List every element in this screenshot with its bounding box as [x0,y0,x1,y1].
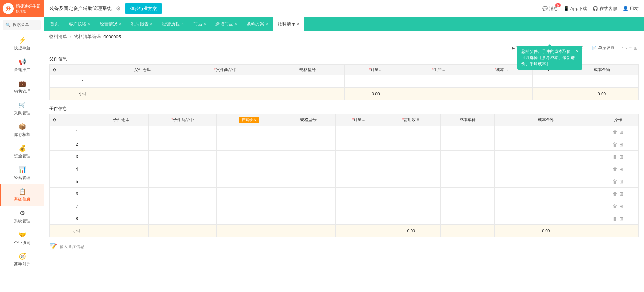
child-row-spec[interactable] [281,126,336,138]
nav-prev-icon[interactable]: ‹ [621,45,624,51]
nav-tab-close-2[interactable]: × [119,22,121,26]
nav-list-icon[interactable]: ⊞ [633,45,639,51]
child-row-unit[interactable] [335,138,382,151]
child-row-warehouse[interactable] [94,163,149,175]
copy-icon[interactable]: ⊞ [619,129,623,135]
delete-icon[interactable]: 🗑 [612,179,617,184]
copy-icon[interactable]: ⊞ [619,216,623,221]
nav-tab-0[interactable]: 首页 [45,17,64,31]
copy-icon[interactable]: ⊞ [619,154,623,160]
child-row-unit[interactable] [335,200,382,212]
nav-next-icon[interactable]: › [624,45,628,51]
single-settings-button[interactable]: 📄 单据设置 [590,44,617,51]
child-col-settings[interactable]: ⚙ [50,114,60,126]
child-row-spec[interactable] [281,188,336,200]
child-row-spec[interactable] [281,212,336,225]
sidebar-item-guide[interactable]: 🧭 新手引导 [0,249,44,271]
child-row-product[interactable] [148,126,216,138]
delete-icon[interactable]: 🗑 [612,216,617,221]
child-row-product[interactable] [148,200,216,212]
child-row-warehouse[interactable] [94,212,149,225]
parent-row-cost[interactable] [470,75,533,88]
sidebar-item-quick-nav[interactable]: ⚡ 快捷导航 [0,33,44,55]
child-row-product[interactable] [148,163,216,175]
parent-row-product[interactable] [179,75,271,88]
child-row-spec[interactable] [281,175,336,188]
child-row-warehouse[interactable] [94,151,149,163]
nav-tab-3[interactable]: 利润报告 × [126,17,157,31]
child-row-warehouse[interactable] [94,126,149,138]
settings-icon[interactable]: ⚙ [116,5,121,12]
nav-more-icon[interactable]: ≡ [628,45,632,51]
parent-row-production[interactable] [407,75,470,88]
sidebar-item-enterprise[interactable]: 🤝 企业协同 [0,227,44,249]
sidebar-item-system[interactable]: ⚙ 系统管理 [0,206,44,227]
child-row-qty[interactable] [382,212,440,225]
message-action[interactable]: 💬 消息 6 [542,5,558,12]
tooltip-close-button[interactable]: × [576,48,578,55]
child-row-unit[interactable] [335,188,382,200]
copy-icon[interactable]: ⊞ [619,166,623,172]
child-row-unit[interactable] [335,212,382,225]
child-row-qty[interactable] [382,175,440,188]
delete-icon[interactable]: 🗑 [612,203,617,209]
child-row-product[interactable] [148,175,216,188]
child-row-warehouse[interactable] [94,138,149,151]
nav-tab-close-7[interactable]: × [266,22,268,26]
child-row-product[interactable] [148,212,216,225]
delete-icon[interactable]: 🗑 [612,129,617,135]
sidebar-item-marketing[interactable]: 📢 营销推广 [0,55,44,76]
nav-tab-close-5[interactable]: × [203,22,206,26]
nav-tab-7[interactable]: 条码方案 × [242,17,273,31]
sidebar-item-purchase[interactable]: 🛒 采购管理 [0,98,44,119]
child-row-spec[interactable] [281,200,336,212]
child-row-unit[interactable] [335,163,382,175]
trial-button[interactable]: 体验行业方案 [125,3,162,14]
nav-tab-2[interactable]: 经营情况 × [95,17,126,31]
sidebar-item-inventory[interactable]: 📦 库存核算 [0,119,44,141]
online-service-action[interactable]: 🎧 在线客服 [593,5,617,12]
app-download-action[interactable]: 📱 App下载 [564,5,587,12]
child-row-spec[interactable] [281,138,336,151]
sidebar-item-finance[interactable]: 💰 资金管理 [0,141,44,163]
nav-tab-close-4[interactable]: × [181,22,184,26]
nav-tab-8[interactable]: 物料清单 × [273,17,304,31]
copy-icon[interactable]: ⊞ [619,203,623,209]
child-row-spec[interactable] [281,163,336,175]
parent-row-spec[interactable] [271,75,345,88]
parent-row-warehouse[interactable] [106,75,179,88]
child-row-spec[interactable] [281,151,336,163]
child-row-qty[interactable] [382,138,440,151]
delete-icon[interactable]: 🗑 [612,191,617,197]
child-row-unit[interactable] [335,175,382,188]
nav-tab-5[interactable]: 商品 × [188,17,211,31]
child-row-unit[interactable] [335,126,382,138]
child-row-qty[interactable] [382,188,440,200]
sidebar-item-sales[interactable]: 💼 销售管理 [0,76,44,98]
child-row-warehouse[interactable] [94,175,149,188]
user-action[interactable]: 👤 用友 [623,5,639,12]
delete-icon[interactable]: 🗑 [612,154,617,160]
delete-icon[interactable]: 🗑 [612,166,617,172]
child-row-unit[interactable] [335,151,382,163]
nav-tab-6[interactable]: 新增商品 × [211,17,242,31]
child-row-product[interactable] [148,188,216,200]
child-row-warehouse[interactable] [94,200,149,212]
copy-icon[interactable]: ⊞ [619,179,623,184]
child-row-product[interactable] [148,151,216,163]
child-row-qty[interactable] [382,126,440,138]
nav-tab-4[interactable]: 经营历程 × [157,17,188,31]
child-row-qty[interactable] [382,151,440,163]
nav-tab-close-3[interactable]: × [150,22,152,26]
sidebar-item-basic-info[interactable]: 📋 基础信息 [0,184,44,206]
copy-icon[interactable]: ⊞ [619,191,623,197]
child-row-qty[interactable] [382,163,440,175]
nav-tab-close-8[interactable]: × [297,22,299,26]
parent-col-settings[interactable]: ⚙ [50,65,60,75]
nav-tab-close-1[interactable]: × [88,22,90,26]
parent-row-unit[interactable] [344,75,407,88]
scan-button[interactable]: 扫码录入 [239,117,259,123]
nav-tab-close-6[interactable]: × [235,22,237,26]
search-menu-button[interactable]: 🔍 搜索菜单 [3,20,41,30]
sidebar-item-operations[interactable]: 📊 经营管理 [0,163,44,184]
